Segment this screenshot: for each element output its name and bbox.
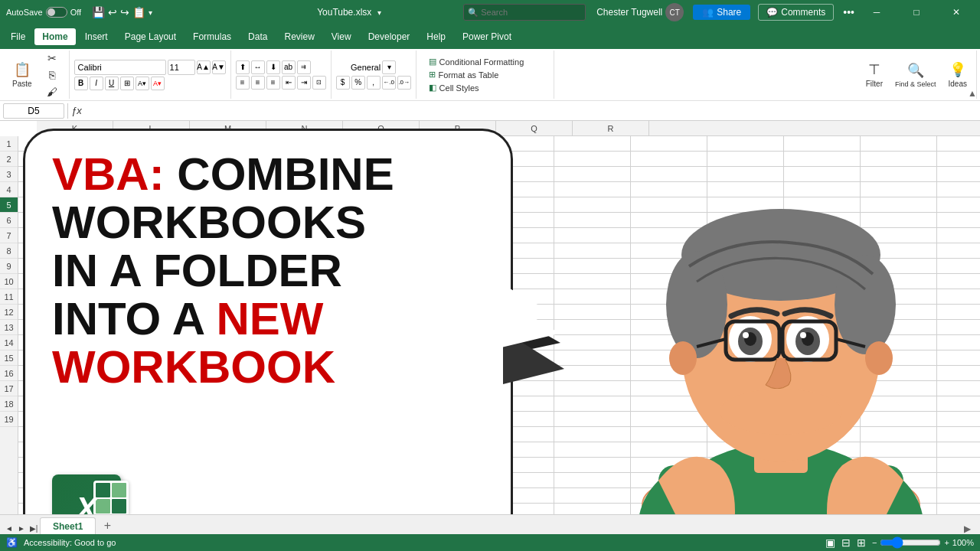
page-layout-view-icon[interactable]: ⊟ <box>841 536 851 549</box>
menu-formulas[interactable]: Formulas <box>185 28 239 45</box>
tab-scroll-end-button[interactable]: ▶| <box>28 522 40 534</box>
ear-left <box>669 341 697 375</box>
new-sheet-icon[interactable]: 📋 <box>132 6 145 18</box>
font-color-button[interactable]: A▾ <box>151 77 165 90</box>
comments-label: Comments <box>781 7 825 18</box>
row-14: 14 <box>0 335 18 350</box>
decrease-decimal-button[interactable]: ←.0 <box>382 76 396 90</box>
character-svg <box>582 121 980 514</box>
comments-icon: 💬 <box>766 7 778 18</box>
comments-button[interactable]: 💬 Comments <box>758 4 834 21</box>
align-top-button[interactable]: ⬆ <box>236 60 250 74</box>
menu-power-pivot[interactable]: Power Pivot <box>455 28 519 45</box>
grid-cell-4 <box>112 499 126 514</box>
italic-button[interactable]: I <box>90 77 103 90</box>
ribbon-collapse-button[interactable]: ▲ <box>968 88 977 99</box>
menu-home[interactable]: Home <box>34 28 75 45</box>
title-center: YouTube.xlsx ▾ <box>235 7 464 18</box>
ideas-button[interactable]: 💡 Ideas <box>944 58 972 91</box>
orientation-button[interactable]: ab <box>282 60 296 74</box>
fill-color-button[interactable]: A▾ <box>136 77 149 90</box>
row-19: 19 <box>0 412 18 427</box>
find-select-button[interactable]: 🔍 Find & Select <box>890 59 941 91</box>
decrease-indent-button[interactable]: ⇤ <box>282 76 296 90</box>
comma-button[interactable]: , <box>367 76 381 90</box>
percent-button[interactable]: % <box>351 76 365 90</box>
increase-indent-button[interactable]: ⇥ <box>297 76 311 90</box>
ideas-label: Ideas <box>949 80 967 88</box>
formula-input[interactable] <box>85 106 977 116</box>
align-bottom-button[interactable]: ⬇ <box>266 60 280 74</box>
font-size-input[interactable] <box>168 60 195 75</box>
dropdown-chevron-icon[interactable]: ▾ <box>377 8 381 17</box>
redo-icon[interactable]: ↪ <box>120 6 129 18</box>
conditional-formatting-button[interactable]: ▤ Conditional Formatting <box>426 56 528 67</box>
menu-page-layout[interactable]: Page Layout <box>117 28 184 45</box>
save-icon[interactable]: 💾 <box>92 6 105 18</box>
row-17: 17 <box>0 381 18 396</box>
cell-styles-button[interactable]: ◧ Cell Styles <box>426 82 528 93</box>
align-left-button[interactable]: ≡ <box>236 76 250 90</box>
number-format-dropdown[interactable]: ▾ <box>382 60 396 74</box>
increase-font-button[interactable]: A▲ <box>197 60 211 74</box>
menu-data[interactable]: Data <box>240 28 275 45</box>
font-name-input[interactable] <box>74 60 166 75</box>
border-button[interactable]: ⊞ <box>120 77 134 90</box>
autosave-toggle[interactable] <box>46 7 67 18</box>
dropdown-icon[interactable]: ▾ <box>149 8 152 17</box>
tab-scroll-right-button[interactable]: ► <box>15 522 28 534</box>
zoom-in-icon[interactable]: + <box>944 538 949 547</box>
menu-view[interactable]: View <box>324 28 359 45</box>
menu-insert[interactable]: Insert <box>77 28 116 45</box>
minimize-button[interactable]: ─ <box>859 0 894 24</box>
merge-center-button[interactable]: ⊡ <box>312 76 326 90</box>
grid-cell-3 <box>96 499 110 514</box>
menu-review[interactable]: Review <box>276 28 322 45</box>
search-icon: 🔍 <box>468 8 479 18</box>
main-area: 1 2 3 4 5 6 7 8 9 10 11 12 13 14 15 16 1… <box>0 121 980 514</box>
overflow-menu-button[interactable]: ••• <box>843 6 854 18</box>
scroll-right-icon[interactable]: ▶ <box>964 523 971 534</box>
increase-decimal-button[interactable]: .0→ <box>397 76 411 90</box>
excel-grid-icon <box>93 481 129 514</box>
title-search-input[interactable] <box>463 4 586 21</box>
underline-button[interactable]: U <box>105 77 119 90</box>
maximize-button[interactable]: □ <box>899 0 934 24</box>
share-button[interactable]: 👥 Share <box>693 5 750 20</box>
menu-file[interactable]: File <box>3 28 33 45</box>
page-break-view-icon[interactable]: ⊞ <box>857 536 866 549</box>
wrap-text-button[interactable]: ⇉ <box>297 60 311 74</box>
close-button[interactable]: ✕ <box>939 0 974 24</box>
tab-scroll-left-button[interactable]: ◄ <box>3 522 15 534</box>
row-2: 2 <box>0 152 18 167</box>
format-painter-button[interactable]: 🖌 <box>40 84 64 99</box>
currency-button[interactable]: $ <box>336 76 350 90</box>
ribbon-toolbar: 📋 Paste ✂ ⎘ 🖌 A▲ A▼ B I U ⊞ A▾ A▾ <box>0 49 980 101</box>
sheet1-tab[interactable]: Sheet1 <box>40 517 96 534</box>
row-5: 5 <box>0 197 18 213</box>
tabs-bar: ◄ ► ▶| Sheet1 + ▶ <box>0 514 980 534</box>
styles-options: ▤ Conditional Formatting ⊞ Format as Tab… <box>421 54 532 95</box>
decrease-font-button[interactable]: A▼ <box>212 60 226 74</box>
menu-developer[interactable]: Developer <box>361 28 418 45</box>
align-center-button[interactable]: ≡ <box>251 76 265 90</box>
paste-button[interactable]: 📋 Paste <box>8 58 37 91</box>
bold-button[interactable]: B <box>74 77 88 90</box>
filter-button[interactable]: ⊤ Filter <box>861 58 887 91</box>
sheet1-label: Sheet1 <box>53 521 83 532</box>
undo-icon[interactable]: ↩ <box>108 6 117 18</box>
format-as-table-button[interactable]: ⊞ Format as Table <box>426 69 528 80</box>
styles-group: ▤ Conditional Formatting ⊞ Format as Tab… <box>416 51 554 99</box>
excel-logo: X <box>52 474 121 514</box>
cut-button[interactable]: ✂ <box>40 51 64 66</box>
add-sheet-button[interactable]: + <box>99 517 116 534</box>
menu-help[interactable]: Help <box>419 28 453 45</box>
file-name: YouTube.xlsx <box>317 7 371 18</box>
align-right-button[interactable]: ≡ <box>266 76 280 90</box>
cell-reference-input[interactable] <box>3 103 64 119</box>
align-middle-button[interactable]: ↔ <box>251 60 265 74</box>
normal-view-icon[interactable]: ▣ <box>825 536 835 549</box>
zoom-out-icon[interactable]: − <box>872 538 877 547</box>
copy-button[interactable]: ⎘ <box>40 67 64 83</box>
zoom-slider[interactable] <box>880 536 941 549</box>
